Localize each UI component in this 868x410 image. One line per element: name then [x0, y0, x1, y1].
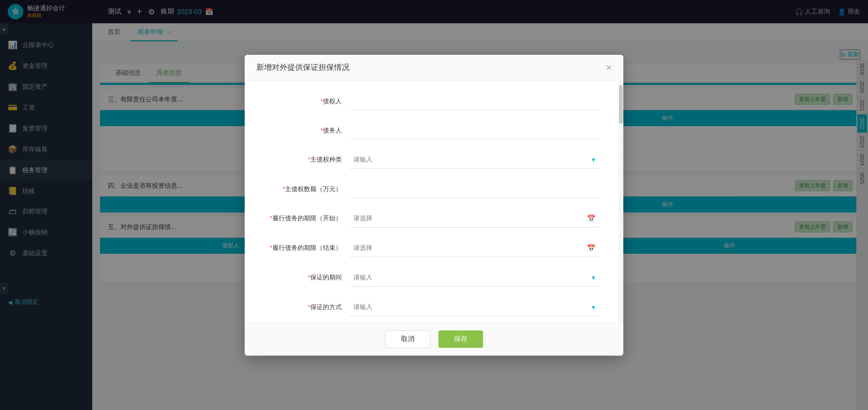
form-row-guarantee-method: *保证的方式 ▾ [264, 298, 599, 316]
label-guarantee-period: *保证的期间 [264, 273, 342, 282]
select-wrap-guarantee-method: ▾ [350, 298, 599, 316]
date-wrap-obligation-start: 📅 [350, 210, 599, 228]
chevron-down-method-icon[interactable]: ▾ [592, 303, 599, 311]
dialog: 新增对外提供保证担保情况 × *债权人 *债务人 [245, 55, 623, 356]
form-row-obligation-end: *履行债务的期限（结束） 📅 [264, 239, 599, 257]
required-star: * [270, 244, 272, 251]
form-row-obligation-start: *履行债务的期限（开始） 📅 [264, 210, 599, 228]
required-star: * [308, 156, 310, 163]
input-obligation-end[interactable] [350, 239, 587, 257]
label-guarantee-method: *保证的方式 [264, 303, 342, 312]
date-wrap-obligation-end: 📅 [350, 239, 599, 257]
form-row-creditor-type: *主债权种类 ▾ [264, 151, 599, 169]
input-creditor-type[interactable] [350, 151, 592, 168]
dialog-body: *债权人 *债务人 *主债权种类 [245, 81, 618, 322]
calendar-end-icon[interactable]: 📅 [587, 244, 599, 252]
label-obligation-start: *履行债务的期限（开始） [264, 214, 342, 223]
form-row-guarantee-period: *保证的期间 ▾ [264, 269, 599, 287]
dialog-header: 新增对外提供保证担保情况 × [245, 55, 623, 81]
input-guarantee-period[interactable] [350, 269, 592, 286]
required-star: * [283, 185, 285, 193]
dialog-close-button[interactable]: × [606, 63, 612, 72]
required-star: * [270, 214, 272, 222]
dialog-footer: 取消 保存 [245, 322, 623, 356]
input-creditor[interactable] [350, 93, 599, 110]
form-row-debtor: *债务人 [264, 122, 599, 139]
input-guarantee-method[interactable] [350, 298, 592, 316]
input-creditor-amount[interactable] [350, 180, 599, 198]
input-obligation-start[interactable] [350, 210, 587, 227]
required-star: * [308, 274, 310, 281]
form-row-creditor: *债权人 [264, 93, 599, 110]
select-wrap-guarantee-period: ▾ [350, 269, 599, 287]
dialog-title: 新增对外提供保证担保情况 [256, 63, 350, 73]
label-creditor: *债权人 [264, 97, 342, 106]
save-button[interactable]: 保存 [438, 330, 483, 348]
label-debtor: *债务人 [264, 126, 342, 135]
select-wrap-creditor-type: ▾ [350, 151, 599, 169]
calendar-start-icon[interactable]: 📅 [587, 214, 599, 222]
cancel-button[interactable]: 取消 [385, 330, 431, 348]
label-obligation-end: *履行债务的期限（结束） [264, 244, 342, 252]
input-debtor[interactable] [350, 122, 599, 139]
chevron-down-icon[interactable]: ▾ [592, 156, 599, 164]
dialog-scrollbar[interactable] [618, 81, 623, 322]
dialog-overlay[interactable]: 新增对外提供保证担保情况 × *债权人 *债务人 [0, 0, 868, 410]
label-creditor-amount: *主债权数额（万元） [264, 185, 342, 194]
required-star: * [320, 127, 323, 134]
chevron-down-period-icon[interactable]: ▾ [592, 274, 599, 281]
required-star: * [320, 98, 323, 105]
label-creditor-type: *主债权种类 [264, 155, 342, 164]
scrollbar-thumb [619, 85, 623, 124]
form-row-creditor-amount: *主债权数额（万元） [264, 180, 599, 198]
required-star: * [308, 303, 310, 311]
